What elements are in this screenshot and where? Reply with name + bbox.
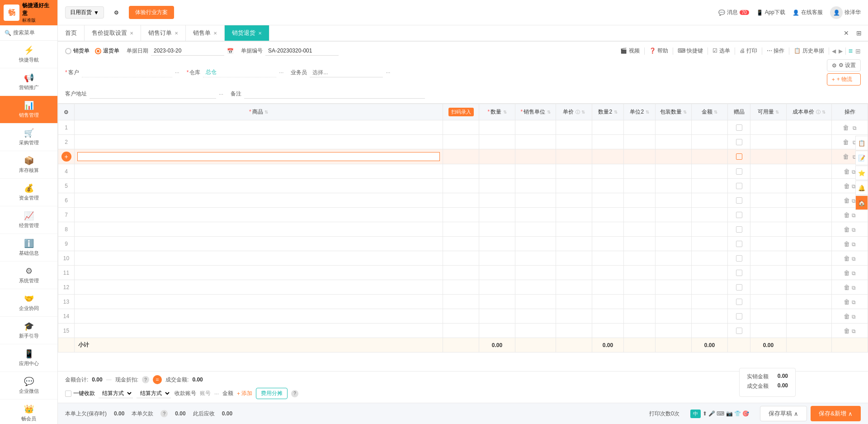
warehouse-input[interactable]: [203, 68, 276, 77]
user-profile[interactable]: 👤 徐泽华: [830, 6, 861, 19]
row-product-3[interactable]: [75, 149, 443, 164]
salesperson-input[interactable]: [310, 68, 383, 77]
radio-return[interactable]: 退货单: [95, 47, 119, 55]
row-unit2-1[interactable]: [624, 120, 656, 135]
sidebar-item-sales[interactable]: 📊 销售管理: [0, 96, 57, 124]
address-more-icon[interactable]: ···: [219, 91, 223, 97]
customer-input[interactable]: [82, 68, 172, 77]
one-click-checkbox[interactable]: [65, 391, 71, 397]
unit-sort[interactable]: ⇅: [547, 110, 551, 114]
remark-input[interactable]: [244, 89, 425, 99]
row-amount-1[interactable]: [692, 120, 728, 135]
fee-split-btn[interactable]: 费用分摊: [256, 388, 288, 399]
sidebar-item-finance[interactable]: 💰 资金管理: [0, 179, 57, 206]
scan-btn[interactable]: 扫码录入: [448, 108, 474, 116]
radio-sales[interactable]: 销货单: [65, 47, 90, 55]
settings-icon[interactable]: ⚙: [109, 8, 123, 18]
add-account-btn[interactable]: + 添加: [237, 390, 252, 397]
calc-select[interactable]: 结算方式: [137, 389, 171, 398]
row-qty-1[interactable]: [479, 120, 515, 135]
sidebar-item-quick-nav[interactable]: ⚡ 快捷导航: [0, 41, 57, 68]
tab-close-sales-return[interactable]: ✕: [258, 31, 262, 36]
row-price-1[interactable]: [556, 120, 592, 135]
sidebar-item-basic-info[interactable]: ℹ️ 基础信息: [0, 234, 57, 262]
sidebar-search[interactable]: 🔍 搜索菜单: [0, 25, 57, 41]
th-scan[interactable]: 扫码录入: [443, 104, 479, 120]
add-row-btn-cell[interactable]: +: [58, 149, 75, 164]
sidebar-item-enterprise[interactable]: 🤝 企业协同: [0, 289, 57, 317]
tab-sales-slip[interactable]: 销售单 ✕: [186, 25, 225, 41]
save-new-btn[interactable]: 保存&新增 ∧: [811, 406, 861, 421]
quick-tool-5[interactable]: 🏠: [855, 195, 868, 210]
row-pack-1[interactable]: [656, 120, 692, 135]
online-service-btn[interactable]: 👤 在线客服: [793, 9, 823, 16]
settlement-select[interactable]: 结算方式: [99, 389, 133, 398]
print-btn-bar[interactable]: 中: [690, 410, 701, 418]
quick-tool-4[interactable]: 🔔: [855, 181, 868, 195]
sidebar-item-purchase[interactable]: 🛒 采购管理: [0, 124, 57, 151]
qty2-sort[interactable]: ⇅: [614, 110, 618, 114]
help-btn[interactable]: ❓ 帮助: [647, 46, 670, 56]
product-input-3[interactable]: [77, 152, 440, 161]
quick-tool-1[interactable]: 📋: [855, 136, 868, 150]
list-view-btn[interactable]: ≡: [849, 47, 853, 55]
table-settings-icon[interactable]: ⚙: [64, 109, 69, 115]
delete-row-2[interactable]: 🗑: [842, 138, 850, 147]
sidebar-item-wechat[interactable]: 💬 企业微信: [0, 372, 57, 400]
tab-home[interactable]: 首页: [58, 25, 85, 41]
date-input[interactable]: [151, 46, 224, 56]
cost-sort[interactable]: ⇅: [822, 110, 826, 114]
row-unit-1[interactable]: [515, 120, 556, 135]
operation-btn[interactable]: ⋯ 操作: [765, 46, 786, 56]
product-sort[interactable]: ⇅: [264, 110, 268, 114]
sidebar-item-app-center[interactable]: 📱 应用中心: [0, 344, 57, 372]
sidebar-item-system[interactable]: ⚙ 系统管理: [0, 262, 57, 289]
doc-no-input[interactable]: [265, 46, 339, 56]
history-btn[interactable]: 📋 历史单据: [792, 46, 826, 56]
settings-side-btn[interactable]: ⚙ ⚙ 设置: [827, 59, 861, 71]
unit2-sort[interactable]: ⇅: [646, 110, 649, 114]
app-download-btn[interactable]: 📱 App下载: [756, 9, 785, 16]
row-cost-price-1[interactable]: [787, 120, 832, 135]
sidebar-item-member[interactable]: 👑 畅会员: [0, 400, 57, 424]
tab-close-sales-slip[interactable]: ✕: [213, 31, 217, 36]
shortcut-btn[interactable]: ⌨ 快捷键: [676, 46, 705, 56]
video-btn[interactable]: 🎬 视频: [618, 46, 641, 56]
experience-btn[interactable]: 体验行业方案: [129, 6, 174, 19]
sidebar-item-marketing[interactable]: 📢 营销推广: [0, 68, 57, 96]
calendar-icon[interactable]: 📅: [227, 48, 234, 54]
delete-row-3[interactable]: 🗑: [842, 152, 850, 161]
row-product-2[interactable]: [75, 135, 443, 149]
tab-close-all[interactable]: ✕: [841, 28, 852, 38]
next-record[interactable]: ▶: [839, 48, 843, 54]
print-btn[interactable]: 🖨 打印: [738, 46, 759, 56]
amount-sort[interactable]: ⇅: [714, 110, 717, 114]
row-product-1[interactable]: [75, 120, 443, 135]
tab-maximize[interactable]: ⊞: [854, 28, 864, 38]
sidebar-item-operations[interactable]: 📈 经营管理: [0, 206, 57, 234]
delete-row-1[interactable]: 🗑: [842, 123, 850, 132]
add-row-btn[interactable]: +: [61, 152, 71, 162]
debt-info-icon[interactable]: ?: [160, 410, 168, 417]
row-available-1[interactable]: [750, 120, 787, 135]
tab-close-price[interactable]: ✕: [130, 31, 133, 36]
price-sort[interactable]: ⇅: [581, 110, 585, 114]
warehouse-more-icon[interactable]: ···: [279, 69, 283, 76]
tab-sales-return[interactable]: 销货退货 ✕: [225, 25, 269, 41]
tab-sales-order[interactable]: 销售订单 ✕: [141, 25, 186, 41]
copy-row-1[interactable]: ⧉: [852, 124, 858, 132]
tab-close-sales-order[interactable]: ✕: [175, 31, 178, 36]
prev-record[interactable]: ◀: [832, 48, 836, 54]
quick-tool-3[interactable]: ⭐: [855, 166, 868, 180]
pack-sort[interactable]: ⇅: [683, 110, 687, 114]
message-btn[interactable]: 💬 消息 70: [718, 9, 749, 16]
row-gift-1[interactable]: [728, 120, 750, 135]
account-more-icon[interactable]: ···: [214, 391, 219, 397]
select-btn[interactable]: ☑ 选单: [711, 46, 731, 56]
sidebar-item-inventory[interactable]: 📦 库存核算: [0, 151, 57, 179]
logistics-side-btn[interactable]: + + 物流: [827, 73, 861, 86]
qty-sort[interactable]: ⇅: [503, 110, 507, 114]
nav-selector[interactable]: 日用百货 ▼: [65, 6, 104, 19]
tab-price-settings[interactable]: 售价提取设置 ✕: [85, 25, 141, 41]
available-sort[interactable]: ⇅: [775, 110, 779, 114]
